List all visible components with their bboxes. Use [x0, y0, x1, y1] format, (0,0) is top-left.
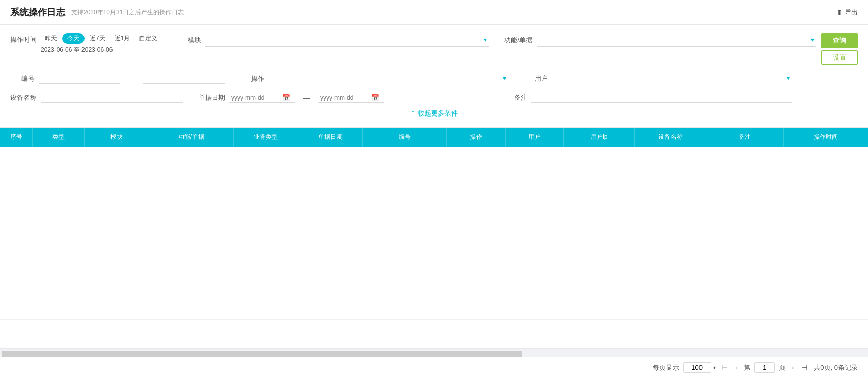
page-label: 第	[744, 363, 750, 372]
date-separator: —	[303, 94, 310, 102]
page-size-input[interactable]	[683, 362, 711, 373]
scrollbar-thumb	[2, 351, 522, 357]
page-header: 系统操作日志 支持2020年10月31日之后产生的操作日志 ⬆ 导出	[0, 0, 868, 25]
empty-row	[0, 147, 868, 319]
device-label: 设备名称	[10, 93, 37, 102]
table-col-操作时间: 操作时间	[783, 128, 868, 147]
table-col-单据日期: 单据日期	[298, 128, 362, 147]
device-filter: 设备名称	[10, 93, 183, 103]
device-input[interactable]	[41, 93, 183, 103]
number-filter: 编号 —	[10, 74, 225, 84]
user-label: 用户	[523, 74, 548, 83]
number-end-input[interactable]	[143, 74, 225, 84]
collapse-row: ⌃ 收起更多条件	[10, 106, 858, 123]
user-dropdown-icon: ▾	[787, 75, 790, 82]
page-next-button[interactable]: ›	[790, 363, 796, 372]
function-filter: 功能/单据 ▾	[504, 33, 816, 47]
module-filter: 模块 ▾	[177, 33, 489, 47]
per-page-label: 每页显示	[653, 363, 679, 372]
number-label: 编号	[10, 74, 35, 83]
export-icon: ⬆	[836, 8, 843, 16]
user-select[interactable]: ▾	[552, 72, 792, 85]
bill-date-label: 单据日期	[199, 93, 225, 102]
export-button[interactable]: ⬆ 导出	[836, 8, 858, 17]
function-select[interactable]: ▾	[537, 33, 816, 47]
empty-cell	[0, 147, 868, 319]
title-area: 系统操作日志 支持2020年10月31日之后产生的操作日志	[10, 6, 184, 18]
time-btn-1month[interactable]: 近1月	[110, 33, 134, 44]
remark-label: 备注	[503, 93, 527, 102]
table-col-模块: 模块	[84, 128, 149, 147]
page-title: 系统操作日志	[10, 6, 65, 18]
calendar-end-icon[interactable]: 📅	[371, 94, 379, 101]
remark-filter: 备注	[503, 93, 792, 103]
module-label: 模块	[177, 36, 201, 45]
table-body	[0, 147, 868, 319]
time-btn-today[interactable]: 今天	[62, 33, 85, 44]
function-select-value	[539, 34, 809, 45]
filter-row-3: 设备名称 单据日期 📅 — 📅 备注	[10, 93, 858, 103]
collapse-button[interactable]: ⌃ 收起更多条件	[410, 109, 458, 118]
operation-time-filter: 操作时间 昨天 今天 近7天 近1月 自定义 2023-06-06 至 2023…	[10, 33, 161, 54]
date-end-input[interactable]	[320, 94, 371, 101]
table-col-编号: 编号	[363, 128, 447, 147]
page-container: 系统操作日志 支持2020年10月31日之后产生的操作日志 ⬆ 导出 操作时间 …	[0, 0, 868, 378]
table-col-用户ip: 用户ip	[564, 128, 635, 147]
module-dropdown-icon: ▾	[484, 36, 487, 43]
operation-dropdown-icon: ▾	[503, 75, 506, 82]
calendar-start-icon[interactable]: 📅	[282, 94, 290, 101]
table-header-row: 序号类型模块功能/单据业务类型单据日期编号操作用户用户ip设备名称备注操作时间	[0, 128, 868, 147]
query-button[interactable]: 查询	[821, 33, 858, 48]
date-start-input[interactable]	[231, 94, 282, 101]
operation-time-label: 操作时间	[10, 35, 37, 44]
setting-button[interactable]: 设置	[821, 50, 858, 65]
time-btn-custom[interactable]: 自定义	[135, 33, 161, 44]
function-label: 功能/单据	[504, 36, 533, 45]
time-options: 昨天 今天 近7天 近1月 自定义 2023-06-06 至 2023-06-0…	[41, 33, 161, 54]
operation-select[interactable]: ▾	[268, 72, 508, 85]
page-last-button[interactable]: ⊣	[800, 363, 809, 372]
time-btn-yesterday[interactable]: 昨天	[41, 33, 61, 44]
remark-input[interactable]	[531, 93, 792, 103]
user-filter: 用户 ▾	[523, 72, 792, 85]
table-col-设备名称: 设备名称	[635, 128, 706, 147]
table-col-类型: 类型	[33, 128, 85, 147]
table-header: 序号类型模块功能/单据业务类型单据日期编号操作用户用户ip设备名称备注操作时间	[0, 128, 868, 147]
table-col-用户: 用户	[505, 128, 564, 147]
table-col-操作: 操作	[447, 128, 506, 147]
time-btn-7days[interactable]: 近7天	[86, 33, 109, 44]
current-page-input[interactable]	[754, 362, 775, 373]
page-size-dropdown-icon: ▾	[713, 365, 716, 370]
page-subtitle: 支持2020年10月31日之后产生的操作日志	[71, 8, 184, 17]
table-col-序号: 序号	[0, 128, 33, 147]
table-container: 序号类型模块功能/单据业务类型单据日期编号操作用户用户ip设备名称备注操作时间	[0, 128, 868, 348]
page-prev-button[interactable]: ‹	[734, 363, 740, 372]
export-label: 导出	[845, 8, 858, 17]
page-first-button[interactable]: ⊢	[720, 363, 730, 372]
table-col-功能/单据: 功能/单据	[149, 128, 233, 147]
data-table: 序号类型模块功能/单据业务类型单据日期编号操作用户用户ip设备名称备注操作时间	[0, 128, 868, 320]
date-start-wrap: 📅	[229, 93, 295, 103]
module-select-value	[207, 34, 482, 45]
filter-row-2: 编号 — 操作 ▾ 用户 ▾	[10, 72, 858, 85]
page-size-select[interactable]: ▾	[683, 362, 716, 373]
date-end-wrap: 📅	[318, 93, 384, 103]
page-total: 共0页, 0条记录	[814, 363, 858, 372]
filter-row-1: 操作时间 昨天 今天 近7天 近1月 自定义 2023-06-06 至 2023…	[10, 33, 858, 65]
horizontal-scrollbar[interactable]	[0, 348, 868, 357]
pagination-bar: 每页显示 ▾ ⊢ ‹ 第 页 › ⊣ 共0页, 0条记录	[0, 357, 868, 378]
action-buttons: 查询 设置	[821, 33, 858, 65]
page-unit: 页	[779, 363, 786, 372]
table-col-备注: 备注	[706, 128, 784, 147]
function-dropdown-icon: ▾	[811, 36, 814, 43]
bill-date-filter: 单据日期 📅 — 📅	[199, 93, 488, 103]
filter-area: 操作时间 昨天 今天 近7天 近1月 自定义 2023-06-06 至 2023…	[0, 25, 868, 128]
module-select[interactable]: ▾	[205, 33, 489, 47]
number-separator: —	[128, 75, 135, 82]
time-buttons-row: 昨天 今天 近7天 近1月 自定义	[41, 33, 161, 44]
collapse-label: 收起更多条件	[418, 109, 458, 118]
number-start-input[interactable]	[39, 74, 120, 84]
operation-label: 操作	[240, 74, 264, 83]
operation-select-value	[270, 73, 501, 84]
time-range-display: 2023-06-06 至 2023-06-06	[41, 46, 161, 54]
